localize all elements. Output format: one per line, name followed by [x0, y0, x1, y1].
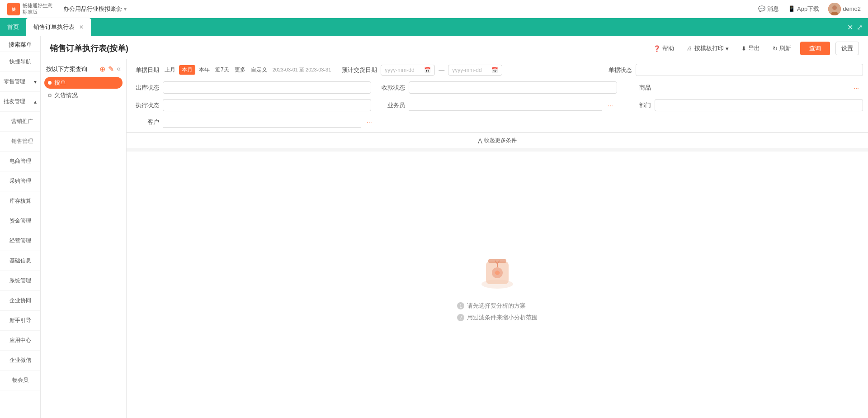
payment-label: 收款状态: [380, 84, 405, 92]
empty-tip-1: 1 请先选择要分析的方案: [457, 302, 538, 310]
collapse-panel-icon[interactable]: «: [117, 65, 121, 73]
enterprise-label: 企业协同: [9, 297, 31, 304]
app-center-label: 应用中心: [9, 337, 31, 344]
date-tab-this-year[interactable]: 本年: [197, 65, 212, 75]
breadcrumb-arrow-icon[interactable]: ▾: [124, 6, 127, 12]
dept-label: 部门: [626, 101, 651, 109]
left-panel-title: 按以下方案查询: [46, 65, 87, 73]
sidebar-item-marketing[interactable]: 营销推广: [0, 112, 40, 132]
sidebar-item-basic-info[interactable]: 基础信息: [0, 251, 40, 271]
sidebar-search-label[interactable]: 搜索菜单: [4, 41, 37, 49]
date-tab-last-7[interactable]: 近7天: [213, 65, 231, 75]
app-download-action[interactable]: 📱 App下载: [788, 5, 819, 13]
wholesale-arrow-icon: ▴: [34, 99, 37, 105]
help-button[interactable]: ❓ 帮助: [650, 43, 678, 54]
calendar-icon-2: 📅: [491, 67, 498, 73]
sidebar-item-ecommerce[interactable]: 电商管理: [0, 152, 40, 171]
date-tab-last-month[interactable]: 上月: [163, 65, 177, 75]
user-area[interactable]: demo2: [828, 3, 861, 15]
sidebar-item-system[interactable]: 系统管理: [0, 271, 40, 291]
svg-point-3: [832, 5, 837, 10]
breadcrumb: 办公用品行业模拟账套 ▾: [63, 5, 127, 13]
customer-input[interactable]: [163, 119, 361, 125]
warehouse-filter: 出库状态 ▾: [134, 81, 369, 94]
salesman-more-icon[interactable]: ···: [606, 102, 615, 109]
sidebar-item-finance[interactable]: 资金管理: [0, 211, 40, 231]
tab-home[interactable]: 首页: [0, 18, 26, 36]
refresh-icon: ↻: [773, 45, 778, 52]
message-icon: 💬: [758, 5, 765, 12]
sidebar-item-newbie[interactable]: 新手引导: [0, 311, 40, 331]
dept-filter: 部门 ▾: [626, 99, 861, 111]
tab-bar-actions: ✕ ⤢: [847, 23, 868, 32]
edit-scheme-icon[interactable]: ✎: [108, 65, 114, 73]
tab-close-icon[interactable]: ✕: [79, 24, 84, 30]
tab-close-window-icon[interactable]: ✕: [847, 23, 853, 32]
scheme-by-order[interactable]: 按单: [44, 77, 123, 89]
print-button[interactable]: 🖨 按模板打印 ▾: [683, 43, 732, 54]
help-icon: ❓: [653, 45, 660, 52]
customer-more-icon[interactable]: ···: [365, 119, 374, 126]
expected-date-start[interactable]: yyyy-mm-dd 📅: [381, 65, 435, 76]
date-tab-more[interactable]: 更多: [233, 65, 247, 75]
expected-date-end[interactable]: yyyy-mm-dd 📅: [448, 65, 502, 76]
goods-more-icon[interactable]: ···: [852, 84, 861, 91]
right-panel: 单据日期 上月 本月 本年 近7天 更多 自定义 2023-03-01 至 20…: [127, 59, 868, 418]
export-button[interactable]: ⬇ 导出: [738, 43, 764, 54]
empty-illustration: [475, 248, 520, 294]
sidebar-item-enterprise[interactable]: 企业协同: [0, 291, 40, 311]
tab-bar: 首页 销售订单执行表 ✕ ✕ ⤢: [0, 18, 868, 36]
sidebar-item-quick-nav[interactable]: 快捷导航: [0, 52, 40, 72]
app-download-icon: 📱: [788, 5, 795, 12]
customer-input-area: [163, 117, 361, 128]
sidebar-item-inventory[interactable]: 库存核算: [0, 191, 40, 211]
salesman-input-area: [409, 100, 602, 111]
date-start-placeholder: yyyy-mm-dd: [385, 67, 414, 73]
query-button[interactable]: 查询: [800, 42, 830, 55]
scheme-dot-icon-2: [48, 94, 52, 97]
sidebar-item-member[interactable]: 畅会员: [0, 370, 40, 390]
logo-icon: 捷: [7, 3, 20, 15]
date-label: 单据日期: [134, 66, 159, 74]
print-icon: 🖨: [687, 45, 693, 52]
payment-select[interactable]: [409, 81, 617, 94]
wholesale-label: 批发管理: [4, 98, 25, 105]
exec-select[interactable]: [163, 99, 371, 111]
warehouse-select[interactable]: [163, 81, 371, 94]
sidebar-item-wholesale[interactable]: 批发管理 ▴: [0, 92, 40, 112]
goods-input[interactable]: [655, 84, 848, 91]
date-tab-custom[interactable]: 自定义: [249, 65, 269, 75]
customer-label: 客户: [134, 118, 159, 126]
expected-date-filter: 预计交货日期 yyyy-mm-dd 📅 — yyyy-mm-dd 📅: [342, 65, 596, 76]
settings-button[interactable]: 设置: [835, 42, 859, 55]
sidebar-item-sales-mgmt[interactable]: 销售管理: [0, 132, 40, 152]
message-action[interactable]: 💬 消息: [758, 5, 779, 13]
date-range-text: 2023-03-01 至 2023-03-31: [273, 66, 331, 73]
tab-expand-icon[interactable]: ⤢: [857, 23, 863, 32]
finance-label: 资金管理: [9, 217, 31, 225]
add-scheme-icon[interactable]: ⊕: [99, 65, 105, 73]
sidebar-item-retail[interactable]: 零售管理 ▾: [0, 72, 40, 92]
svg-rect-7: [488, 259, 506, 263]
scheme-dot-icon: [48, 81, 52, 85]
refresh-button[interactable]: ↻ 刷新: [769, 43, 795, 54]
empty-tip-2: 2 用过滤条件来缩小分析范围: [457, 314, 538, 322]
tip-num-1: 1: [457, 302, 464, 309]
refresh-label: 刷新: [779, 44, 791, 52]
salesman-input[interactable]: [409, 102, 602, 109]
tip-text-2: 用过滤条件来缩小分析范围: [467, 314, 538, 322]
dept-select[interactable]: [655, 99, 863, 111]
filter-row-3: 执行状态 ▾ 业务员: [134, 99, 861, 111]
tab-sales-order[interactable]: 销售订单执行表 ✕: [26, 18, 91, 36]
scheme-by-debt[interactable]: 欠货情况: [44, 90, 123, 101]
collapse-icon: ⋀: [478, 138, 482, 144]
status-filter: 单据状态 ▾: [607, 64, 861, 76]
collapse-bar[interactable]: ⋀ 收起更多条件: [127, 133, 868, 148]
sidebar-item-app-center[interactable]: 应用中心: [0, 331, 40, 351]
sidebar-item-purchase[interactable]: 采购管理: [0, 171, 40, 191]
sidebar-item-wechat[interactable]: 企业微信: [0, 351, 40, 370]
left-panel-header: 按以下方案查询 ⊕ ✎ «: [41, 65, 126, 77]
date-tab-this-month[interactable]: 本月: [179, 65, 195, 75]
sidebar-item-operations[interactable]: 经营管理: [0, 231, 40, 251]
status-select[interactable]: [636, 64, 863, 76]
